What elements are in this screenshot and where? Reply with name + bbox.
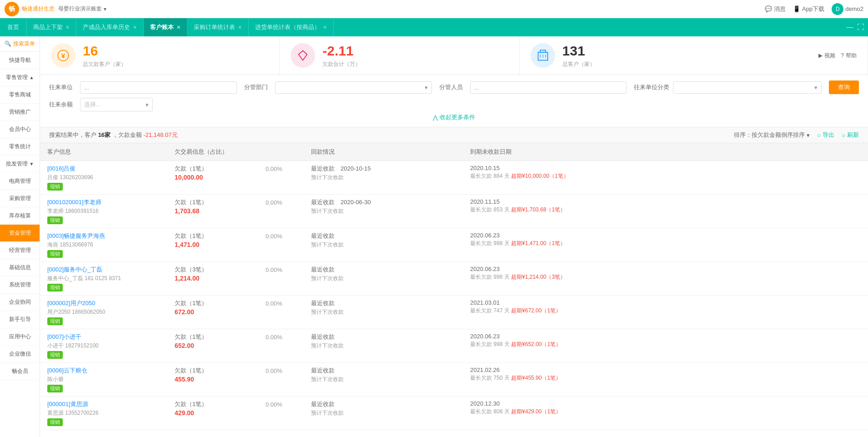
- debt-amount[interactable]: 455.90: [175, 376, 251, 383]
- debt-amount[interactable]: 429.00: [175, 409, 251, 417]
- sidebar-item-finance[interactable]: 资金管理: [0, 225, 40, 242]
- results-info-bar: 搜索结果中，客户 16家 ，欠款金额 -21,148.07元 排序：按欠款金额倒…: [40, 127, 868, 143]
- customer-contact: 陈小册: [47, 376, 160, 383]
- debt-amount[interactable]: 652.00: [175, 342, 251, 349]
- due-date: 2020.11.15: [470, 198, 861, 205]
- sidebar-search[interactable]: 🔍 搜索菜单: [0, 36, 40, 52]
- tab-stock-stats-close[interactable]: ✕: [323, 25, 327, 30]
- sidebar-item-marketing[interactable]: 营销推广: [0, 104, 40, 121]
- overdue-link[interactable]: 超期¥1,471.00（1笔）: [511, 240, 566, 246]
- customer-tag: 现销: [47, 418, 63, 426]
- help-label: 帮助: [846, 52, 857, 60]
- overdue-link[interactable]: 超期¥652.00（1笔）: [511, 341, 561, 347]
- collapse-filter-button[interactable]: ⋀ 收起更多条件: [433, 113, 475, 121]
- table-wrapper: 客户信息 欠交易信息（占比） 回款情况 到期未收款日期 [0016]吕俊 吕俊 …: [40, 143, 868, 437]
- due-date: 2021.03.01: [470, 299, 861, 306]
- sort-selector[interactable]: 排序：按欠款金额倒序排序 ▾: [734, 131, 810, 139]
- sidebar-item-inventory[interactable]: 库存核算: [0, 207, 40, 225]
- video-button[interactable]: ▶ 视频: [818, 52, 835, 60]
- due-date: 2020.06.23: [470, 333, 861, 340]
- video-icon: ▶: [818, 52, 823, 59]
- debt-amount[interactable]: 10,000.00: [175, 174, 251, 181]
- tab-home[interactable]: 首页: [0, 18, 27, 36]
- customer-name-link[interactable]: [0006]云下粮仓: [47, 367, 160, 375]
- sidebar-item-ops[interactable]: 经营管理: [0, 242, 40, 259]
- message-button[interactable]: 💬 消息: [765, 5, 786, 13]
- balance-select[interactable]: 选择... ▾: [80, 98, 153, 111]
- overdue-info: 最长欠款 998 天 超期¥1,214.00（3笔）: [470, 273, 861, 281]
- last-payment-info: 最近收款: [311, 266, 456, 274]
- overdue-info: 最长欠款 998 天 超期¥1,471.00（1笔）: [470, 240, 861, 247]
- sidebar-item-retail-stats[interactable]: 零售统计: [0, 138, 40, 156]
- nav-tabs-bar: 首页 商品上下架 ✕ 产成品入库单历史 ✕ 客户账本 ✕ 采购订单统计表 ✕ 进…: [0, 18, 868, 36]
- due-date: 2021.02.26: [470, 367, 861, 373]
- table-row: [0016]吕俊 吕俊 13026203696 现销 欠款（1笔） 10,000…: [40, 161, 868, 195]
- sidebar-item-retail-mgmt[interactable]: 零售管理 ▲: [0, 69, 40, 86]
- sidebar-item-new-guide[interactable]: 新手引导: [0, 311, 40, 328]
- sidebar-item-app-center[interactable]: 应用中心: [0, 328, 40, 346]
- tab-product-history[interactable]: 产成品入库单历史 ✕: [76, 18, 144, 36]
- customer-name-link[interactable]: [000002]用户2050: [47, 299, 160, 307]
- sidebar-item-basic-info[interactable]: 基础信息: [0, 259, 40, 276]
- table-row: [0002]服务中心_丁磊 服务中心_丁磊 181 0125 8371 现销 欠…: [40, 262, 868, 296]
- tab-customer-accounts[interactable]: 客户账本 ✕: [144, 18, 187, 36]
- sidebar-item-batch-mgmt[interactable]: 批发管理 ▼: [0, 156, 40, 173]
- customer-name-link[interactable]: [0007]小进干: [47, 333, 160, 341]
- sidebar-item-quick-nav[interactable]: 快捷导航: [0, 52, 40, 69]
- nav-minimize-icon[interactable]: —: [846, 23, 853, 31]
- sidebar-item-vip-member[interactable]: 畅会员: [0, 363, 40, 380]
- debt-amount[interactable]: 1,703.68: [175, 207, 251, 215]
- tab-customer-accounts-label: 客户账本: [150, 23, 174, 31]
- customer-name-link[interactable]: [000001]黄思源: [47, 400, 160, 408]
- overdue-link[interactable]: 超期¥455.90（1笔）: [511, 375, 561, 381]
- sidebar-item-purchase-mgmt[interactable]: 采购管理: [0, 190, 40, 207]
- stat-value-customers: 16: [83, 43, 126, 59]
- app-logo-icon: 畅: [5, 2, 19, 16]
- customer-name-link[interactable]: [0002]服务中心_丁磊: [47, 266, 160, 274]
- debt-amount[interactable]: 672.00: [175, 308, 251, 316]
- search-button[interactable]: 查询: [829, 80, 859, 94]
- results-actions: 排序：按欠款金额倒序排序 ▾ ○ 导出 ○ 刷新: [734, 131, 859, 139]
- export-icon: ○: [817, 132, 821, 139]
- overdue-link[interactable]: 超期¥672.00（1笔）: [511, 307, 561, 314]
- sidebar-item-enterprise[interactable]: 企业协同: [0, 294, 40, 311]
- basic-info-label: 基础信息: [9, 264, 31, 271]
- tab-products[interactable]: 商品上下架 ✕: [27, 18, 76, 36]
- supplier-input[interactable]: ...: [80, 81, 237, 94]
- app-download-button[interactable]: 📱 App下载: [793, 5, 824, 13]
- debt-amount[interactable]: 1,471.00: [175, 241, 251, 248]
- overdue-link[interactable]: 超期¥429.00（1笔）: [511, 408, 561, 415]
- tab-customer-accounts-close[interactable]: ✕: [176, 25, 181, 30]
- category-select[interactable]: ▾: [673, 81, 822, 94]
- tab-products-close[interactable]: ✕: [65, 25, 70, 30]
- sidebar-item-enterprise-wechat[interactable]: 企业微信: [0, 346, 40, 363]
- sidebar-item-ecommerce[interactable]: 电商管理: [0, 173, 40, 190]
- export-button[interactable]: ○ 导出: [817, 131, 834, 139]
- customer-name-link[interactable]: [0016]吕俊: [47, 165, 160, 173]
- refresh-button[interactable]: ○ 刷新: [842, 131, 859, 139]
- balance-label: 往来余额: [49, 100, 76, 109]
- sidebar-item-system[interactable]: 系统管理: [0, 276, 40, 294]
- tab-purchase-order-close[interactable]: ✕: [238, 25, 242, 30]
- tab-product-history-close[interactable]: ✕: [133, 25, 137, 30]
- tab-home-label: 首页: [7, 23, 19, 31]
- overdue-link[interactable]: 超期¥1,214.00（3笔）: [511, 274, 566, 280]
- user-avatar[interactable]: D demo2: [832, 3, 863, 15]
- sidebar-item-retail-store[interactable]: 零售商城: [0, 86, 40, 104]
- tab-stock-stats[interactable]: 进货单统计表（按商品） ✕: [249, 18, 334, 36]
- debt-count: 欠款（1笔）: [175, 232, 251, 240]
- debt-amount[interactable]: 1,214.00: [175, 275, 251, 282]
- store-selector[interactable]: 母婴行业演示账套 ▾: [58, 5, 106, 13]
- tab-purchase-order[interactable]: 采购订单统计表 ✕: [187, 18, 249, 36]
- sidebar-item-member-center[interactable]: 会员中心: [0, 121, 40, 138]
- overdue-link[interactable]: 超期¥10,000.00（1笔）: [511, 173, 569, 179]
- help-icon: ?: [841, 52, 844, 59]
- results-amount: -21,148.07元: [143, 131, 177, 138]
- nav-expand-icon[interactable]: ⛶: [857, 23, 864, 31]
- person-input[interactable]: ...: [470, 81, 627, 94]
- help-button[interactable]: ? 帮助: [841, 52, 857, 60]
- overdue-link[interactable]: 超期¥1,703.68（1笔）: [511, 206, 566, 213]
- customer-name-link[interactable]: [0001020001]李老师: [47, 198, 160, 206]
- customer-name-link[interactable]: [0003]畅捷服务尹海燕: [47, 232, 160, 240]
- dept-select[interactable]: ▾: [275, 81, 432, 94]
